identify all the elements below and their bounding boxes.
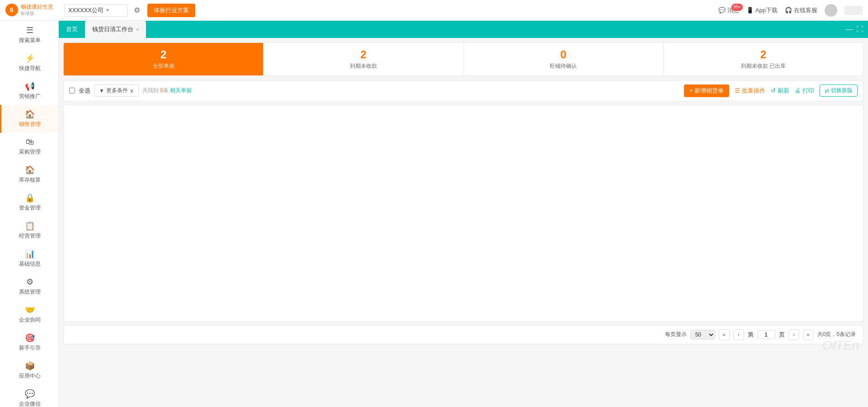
last-page-button[interactable]: » — [803, 329, 814, 340]
sidebar-item-label: 系统管理 — [19, 288, 41, 296]
sidebar-item-basic-info[interactable]: 📊 基础信息 — [0, 244, 58, 272]
sidebar-item-quick-nav[interactable]: ⚡ 快捷导航 — [0, 49, 58, 77]
sidebar-item-purchase[interactable]: 🛍 采购管理 — [0, 133, 58, 160]
sidebar-item-label: 搜索菜单 — [19, 37, 41, 44]
sidebar-item-guide[interactable]: 🎯 新手引导 — [0, 328, 58, 356]
found-count: 0 — [160, 87, 163, 94]
message-button[interactable]: 💬 消息 99+ — [718, 6, 739, 14]
filter-button[interactable]: ▼ 更多条件 ∨ — [94, 84, 139, 97]
sidebar-item-label: 库存核算 — [19, 176, 41, 184]
tab-active-label: 钱货日清工作台 — [92, 25, 133, 33]
tab-bar: 首页 钱货日清工作台 × — ⛶ — [59, 21, 868, 38]
tab-close-icon[interactable]: × — [136, 27, 139, 32]
tab-qianhuoriqing[interactable]: 钱货日清工作台 × — [85, 21, 146, 38]
sidebar: ☰ 搜索菜单 ⚡ 快捷导航 📢 营销推广 🏠 销售管理 🛍 采购管理 🏠 库存核… — [0, 21, 59, 407]
sidebar-item-capital[interactable]: 🔒 资金管理 — [0, 188, 58, 216]
sidebar-item-system[interactable]: ⚙ 系统管理 — [0, 272, 58, 300]
sidebar-item-marketing[interactable]: 📢 营销推广 — [0, 77, 58, 105]
logo-sub: 标准版 — [21, 10, 53, 17]
cooperation-icon: 🤝 — [25, 305, 35, 315]
toolbar-right: + 新增销货单 ☰ 批量操作 ↺ 刷新 🖨 打印 ⇄ 切换新版 — [684, 84, 858, 97]
sidebar-item-inventory[interactable]: 🏠 库存核算 — [0, 160, 58, 188]
tab-home[interactable]: 首页 — [59, 21, 85, 38]
basic-info-icon: 📊 — [25, 249, 35, 259]
batch-operation-button[interactable]: ☰ 批量操作 — [735, 87, 765, 95]
batch-icon: ☰ — [735, 87, 740, 94]
filter-arrow: ∨ — [130, 88, 134, 94]
next-page-button[interactable]: › — [788, 329, 799, 340]
app-download-icon: 📱 — [746, 7, 754, 14]
online-service-label: 在线客服 — [794, 6, 817, 14]
sidebar-item-label: 基础信息 — [19, 260, 41, 268]
per-page-select[interactable]: 50 100 200 — [690, 330, 715, 340]
pagination: 每页显示 50 100 200 « ‹ 第 页 › » 共0页，0条记录 — [63, 325, 863, 344]
found-unit: 条 — [163, 87, 169, 94]
found-link[interactable]: 相关单据 — [170, 87, 192, 94]
add-sales-order-button[interactable]: + 新增销货单 — [684, 84, 729, 97]
company-name: XXXXXX公司 — [68, 6, 104, 14]
search-menu-icon: ☰ — [26, 25, 33, 35]
switch-new-version-button[interactable]: ⇄ 切换新版 — [820, 84, 858, 97]
per-page-label: 每页显示 — [665, 331, 687, 338]
page-prefix: 第 — [748, 331, 754, 339]
stat-num-overdue: 2 — [273, 48, 454, 61]
stat-num-wangpu: 0 — [473, 48, 654, 61]
sidebar-item-label: 经营管理 — [19, 232, 41, 240]
table-area — [63, 105, 863, 322]
sidebar-item-wechat[interactable]: 💬 企业微信 — [0, 384, 58, 407]
table-empty-state — [64, 105, 863, 321]
message-icon: 💬 — [718, 7, 726, 14]
online-service-button[interactable]: 🎧 在线客服 — [785, 6, 817, 14]
top-header: 6 畅捷通好生意 标准版 XXXXXX公司 ▼ ⚙ 体验行业方案 💬 消息 99… — [0, 0, 868, 21]
try-industry-button[interactable]: 体验行业方案 — [147, 4, 195, 17]
page-suffix: 页 — [779, 331, 785, 339]
stat-label-wangpu: 旺铺待确认 — [473, 62, 654, 70]
logo-name: 畅捷通好生意 — [21, 4, 53, 10]
sidebar-item-business[interactable]: 📋 经营管理 — [0, 216, 58, 244]
app-center-icon: 📦 — [25, 361, 35, 371]
app-download-button[interactable]: 📱 App下载 — [746, 6, 778, 14]
filter-label: 更多条件 — [106, 87, 128, 94]
purchase-icon: 🛍 — [26, 137, 34, 147]
tab-expand-icon[interactable]: ⛶ — [856, 25, 863, 33]
main-content: 2 全部单据 2 到期未收款 0 旺铺待确认 2 到期未收款 已出库 全选 ▼ … — [59, 38, 868, 407]
sidebar-item-cooperation[interactable]: 🤝 企业协同 — [0, 300, 58, 328]
sales-icon: 🏠 — [25, 109, 35, 119]
sidebar-item-label: 企业微信 — [19, 400, 41, 407]
sidebar-item-app-center[interactable]: 📦 应用中心 — [0, 356, 58, 384]
tab-minimize-icon[interactable]: — — [845, 25, 853, 33]
stat-num-all: 2 — [73, 48, 254, 61]
wechat-icon: 💬 — [25, 389, 35, 399]
switch-icon: ⇄ — [825, 88, 829, 94]
select-all-checkbox[interactable] — [69, 88, 75, 94]
prev-page-button[interactable]: ‹ — [733, 329, 744, 340]
stats-row: 2 全部单据 2 到期未收款 0 旺铺待确认 2 到期未收款 已出库 — [63, 42, 863, 76]
sidebar-item-label: 企业协同 — [19, 316, 41, 324]
stat-card-all[interactable]: 2 全部单据 — [64, 43, 264, 75]
refresh-label: 刷新 — [778, 87, 789, 95]
company-selector[interactable]: XXXXXX公司 ▼ — [64, 4, 127, 17]
app-download-label: App下载 — [755, 6, 778, 14]
online-service-icon: 🎧 — [785, 7, 792, 14]
first-page-button[interactable]: « — [719, 329, 730, 340]
stat-card-overdue-unshipped[interactable]: 2 到期未收款 已出库 — [664, 43, 863, 75]
stat-label-overdue: 到期未收款 — [273, 62, 454, 70]
toolbar-left: 全选 ▼ 更多条件 ∨ 共找到 0条 相关单据 — [69, 84, 192, 97]
sidebar-item-label: 销售管理 — [19, 121, 41, 128]
avatar[interactable] — [825, 4, 837, 17]
page-total: 共0页，0条记录 — [817, 331, 856, 338]
sidebar-item-label: 资金管理 — [19, 204, 41, 212]
refresh-button[interactable]: ↺ 刷新 — [771, 87, 789, 95]
tab-bar-actions: — ⛶ — [845, 25, 868, 33]
select-all-label: 全选 — [79, 87, 90, 95]
sidebar-item-sales[interactable]: 🏠 销售管理 — [0, 105, 58, 133]
sidebar-item-search-menu[interactable]: ☰ 搜索菜单 — [0, 21, 58, 49]
refresh-icon: ↺ — [771, 87, 776, 94]
page-number-input[interactable] — [757, 330, 775, 339]
stat-card-wangpu-pending[interactable]: 0 旺铺待确认 — [464, 43, 664, 75]
filter-icon: ▼ — [99, 88, 104, 94]
stat-card-overdue-uncollected[interactable]: 2 到期未收款 — [264, 43, 463, 75]
sidebar-item-label: 快捷导航 — [19, 65, 41, 72]
print-button[interactable]: 🖨 打印 — [795, 87, 814, 95]
settings-button[interactable]: ⚙ — [130, 4, 144, 17]
